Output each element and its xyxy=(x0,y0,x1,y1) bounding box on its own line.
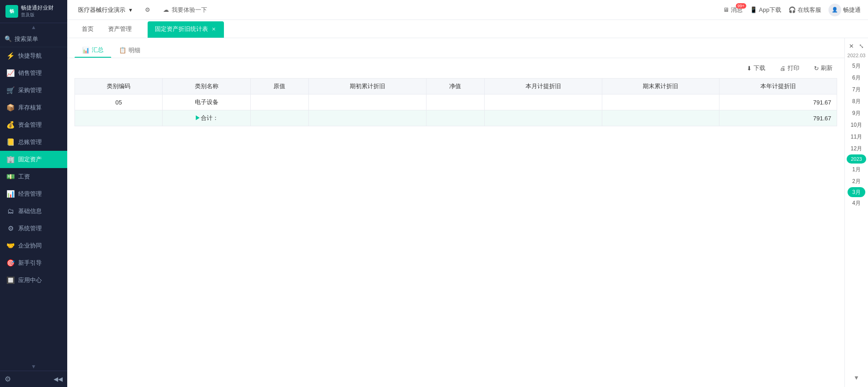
nav-label: 经营管理 xyxy=(18,190,42,198)
print-icon: 🖨 xyxy=(780,65,786,72)
tab-label: 资产管理 xyxy=(108,25,132,33)
month-item-5月[interactable]: 5月 xyxy=(845,60,868,72)
right-panel: ✕ ⤡ 2022.03 5月6月7月8月9月10月11月12月20231月2月3… xyxy=(844,38,868,387)
panel-close-button[interactable]: ✕ xyxy=(848,41,856,51)
summary-row: ▶合计：791.67 xyxy=(75,110,837,126)
content-area: 📊汇总📋明细 ⬇ 下载 🖨 打印 ↻ 刷新 xyxy=(67,38,868,387)
tab-资产管理[interactable]: 资产管理✕ xyxy=(101,21,148,38)
nav-icon: 💰 xyxy=(6,121,15,129)
nav-icon: 🎯 xyxy=(6,259,15,267)
settings-icon[interactable]: ⚙ xyxy=(5,375,11,383)
nav-icon: ⚡ xyxy=(6,52,15,60)
year-2023-tag[interactable]: 2023 xyxy=(847,154,866,164)
experience-label: 我要体验一下 xyxy=(172,6,207,14)
col-类别名称: 类别名称 xyxy=(163,79,250,94)
col-期初累计折旧: 期初累计折旧 xyxy=(308,79,426,94)
download-button[interactable]: ⬇ 下载 xyxy=(742,62,770,74)
panel-footer: ▼ xyxy=(845,370,868,387)
sidebar-item-基础信息[interactable]: 🗂基础信息 xyxy=(0,203,67,220)
sidebar-item-企业协同[interactable]: 🤝企业协同 xyxy=(0,237,67,254)
message-button[interactable]: 🖥 消息 99+ xyxy=(723,6,743,14)
download-label: 下载 xyxy=(754,64,765,72)
settings-button[interactable]: ⚙ xyxy=(141,4,154,16)
sidebar-scroll-up[interactable]: ▲ xyxy=(0,23,67,31)
sidebar-item-工资[interactable]: 💵工资 xyxy=(0,168,67,185)
nav-label: 资金管理 xyxy=(18,121,42,129)
month-item-12月[interactable]: 12月 xyxy=(845,143,868,154)
sub-tab-icon: 📊 xyxy=(82,47,89,54)
sidebar-item-固定资产[interactable]: 🏢固定资产 xyxy=(0,151,67,168)
tabs-bar: 首页资产管理✕固定资产折旧统计表✕ xyxy=(67,20,868,38)
col-净值: 净值 xyxy=(426,79,484,94)
refresh-button[interactable]: ↻ 刷新 xyxy=(809,62,837,74)
sidebar-nav: ⚡快捷导航📈销售管理🛒采购管理📦库存核算💰资金管理📒总账管理🏢固定资产💵工资📊经… xyxy=(0,47,67,362)
nav-label: 销售管理 xyxy=(18,69,42,77)
sidebar-scroll-down[interactable]: ▼ xyxy=(0,362,67,371)
company-selector[interactable]: 医疗器械行业演示 ▼ xyxy=(74,4,137,16)
tab-label: 固定资产折旧统计表 xyxy=(155,25,208,33)
month-item-11月[interactable]: 11月 xyxy=(845,131,868,143)
sidebar-item-经营管理[interactable]: 📊经营管理 xyxy=(0,185,67,203)
table-row[interactable]: 05电子设备791.67 xyxy=(75,94,837,110)
sidebar-header: 畅 畅捷通好业财 普及版 xyxy=(0,0,67,23)
cell-7: 791.67 xyxy=(719,94,837,110)
sidebar-item-总账管理[interactable]: 📒总账管理 xyxy=(0,134,67,151)
scroll-down-btn[interactable]: ▼ xyxy=(845,372,868,383)
nav-icon: 🗂 xyxy=(6,207,15,215)
message-badge: 99+ xyxy=(736,3,746,9)
app-download-button[interactable]: 📱 App下载 xyxy=(750,6,781,14)
sub-tab-明细[interactable]: 📋明细 xyxy=(111,43,148,58)
cell-6 xyxy=(602,94,719,110)
col-期末累计折旧: 期末累计折旧 xyxy=(602,79,719,94)
month-item-9月[interactable]: 9月 xyxy=(845,107,868,119)
download-icon: ⬇ xyxy=(747,65,752,72)
nav-label: 采购管理 xyxy=(18,86,42,94)
sidebar-item-资金管理[interactable]: 💰资金管理 xyxy=(0,116,67,134)
month-item-8月[interactable]: 8月 xyxy=(845,95,868,107)
online-service-label: 在线客服 xyxy=(798,6,821,14)
month-item-10月[interactable]: 10月 xyxy=(845,119,868,131)
sub-tab-icon: 📋 xyxy=(119,47,126,54)
cell-1: 电子设备 xyxy=(163,94,250,110)
nav-icon: 💵 xyxy=(6,173,15,181)
month-item-7月[interactable]: 7月 xyxy=(845,84,868,95)
sidebar-item-采购管理[interactable]: 🛒采购管理 xyxy=(0,82,67,99)
tab-首页[interactable]: 首页 xyxy=(74,21,101,38)
online-service-button[interactable]: 🎧 在线客服 xyxy=(789,6,821,14)
cell-4 xyxy=(426,94,484,110)
sidebar-item-新手引导[interactable]: 🎯新手引导 xyxy=(0,254,67,272)
month-item-4月[interactable]: 4月 xyxy=(845,197,868,209)
summary-cell-4 xyxy=(426,110,484,126)
sidebar-item-快捷导航[interactable]: ⚡快捷导航 xyxy=(0,47,67,64)
summary-cell-6 xyxy=(602,110,719,126)
sidebar-item-库存核算[interactable]: 📦库存核算 xyxy=(0,99,67,116)
headset-icon: 🎧 xyxy=(789,6,796,13)
main-area: 医疗器械行业演示 ▼ ⚙ ☁ 我要体验一下 🖥 消息 99+ 📱 App下载 🎧… xyxy=(67,0,868,387)
sidebar: 畅 畅捷通好业财 普及版 ▲ 🔍 搜索菜单 ⚡快捷导航📈销售管理🛒采购管理📦库存… xyxy=(0,0,67,387)
panel-expand-button[interactable]: ⤡ xyxy=(858,41,866,51)
app-download-label: App下载 xyxy=(759,6,781,14)
summary-cell-5 xyxy=(484,110,602,126)
sidebar-item-应用中心[interactable]: 🔲应用中心 xyxy=(0,272,67,289)
user-menu[interactable]: 👤 畅捷通 xyxy=(828,4,861,16)
sidebar-search[interactable]: 🔍 搜索菜单 xyxy=(0,31,67,47)
tab-label: 首页 xyxy=(82,25,94,33)
month-item-6月[interactable]: 6月 xyxy=(845,72,868,84)
company-name: 医疗器械行业演示 xyxy=(78,6,125,14)
month-item-3月[interactable]: 3月 xyxy=(848,187,865,197)
message-icon: 🖥 xyxy=(723,6,729,13)
experience-button[interactable]: ☁ 我要体验一下 xyxy=(163,6,207,14)
sidebar-item-系统管理[interactable]: ⚙系统管理 xyxy=(0,220,67,237)
sidebar-item-销售管理[interactable]: 📈销售管理 xyxy=(0,64,67,82)
month-item-1月[interactable]: 1月 xyxy=(845,164,868,175)
summary-cell-2 xyxy=(250,110,308,126)
nav-icon: 🤝 xyxy=(6,242,15,250)
collapse-icon[interactable]: ◀◀ xyxy=(54,376,63,382)
sub-tab-汇总[interactable]: 📊汇总 xyxy=(74,43,111,58)
cell-0: 05 xyxy=(75,94,163,110)
tab-close-icon[interactable]: ✕ xyxy=(134,26,140,33)
tab-close-icon[interactable]: ✕ xyxy=(211,26,217,33)
tab-固定资产折旧统计表[interactable]: 固定资产折旧统计表✕ xyxy=(148,21,224,38)
print-button[interactable]: 🖨 打印 xyxy=(775,62,804,74)
month-item-2月[interactable]: 2月 xyxy=(845,175,868,187)
